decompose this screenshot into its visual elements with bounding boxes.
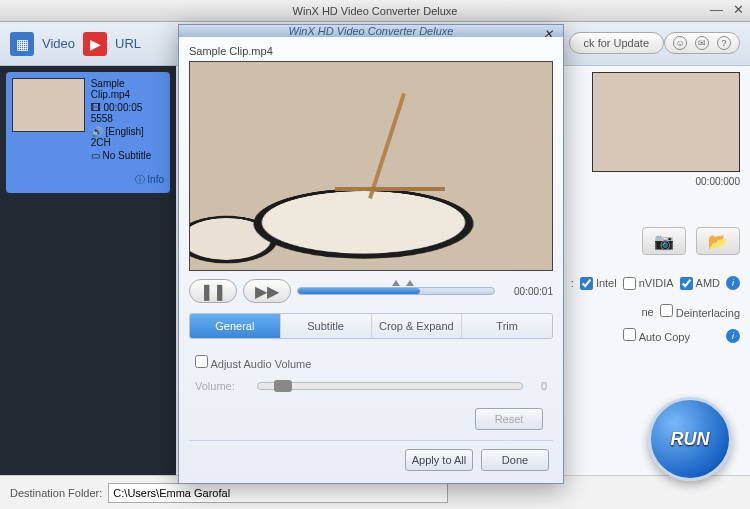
preview-thumbnail <box>592 72 740 172</box>
hw-nvidia-checkbox[interactable]: nVIDIA <box>623 277 674 290</box>
tab-subtitle[interactable]: Subtitle <box>281 314 372 338</box>
play-time: 00:00:01 <box>501 286 553 297</box>
dest-label: Destination Folder: <box>10 487 102 499</box>
clip-filename: Sample Clip.mp4 <box>91 78 164 100</box>
url-label: URL <box>115 36 141 51</box>
youtube-icon[interactable]: ▶ <box>83 32 107 56</box>
dialog-close-icon[interactable]: ✕ <box>543 27 557 41</box>
dialog-filename: Sample Clip.mp4 <box>189 45 553 57</box>
dialog-title: WinX HD Video Converter Deluxe <box>289 25 454 37</box>
autocopy-row: Auto Copy i <box>623 328 740 343</box>
video-label: Video <box>42 36 75 51</box>
clip-thumbnail <box>12 78 85 132</box>
close-icon[interactable]: ✕ <box>733 2 744 17</box>
apply-all-button[interactable]: Apply to All <box>405 449 473 471</box>
info-icon[interactable]: i <box>726 276 740 290</box>
deinterlacing-checkbox[interactable]: Deinterlacing <box>660 304 740 319</box>
autocopy-checkbox[interactable]: Auto Copy <box>623 328 690 343</box>
dialog-titlebar: WinX HD Video Converter Deluxe ✕ <box>179 25 563 37</box>
adjust-volume-checkbox[interactable]: Adjust Audio Volume <box>195 355 311 370</box>
volume-label: Volume: <box>195 380 249 392</box>
preview-time: 00:00:000 <box>592 176 740 187</box>
hw-amd-checkbox[interactable]: AMD <box>680 277 720 290</box>
hw-accel-row: : Intel nVIDIA AMD i <box>571 276 740 290</box>
video-preview[interactable] <box>189 61 553 271</box>
clip-subtitle: ▭ No Subtitle <box>91 150 164 161</box>
volume-value: 0 <box>531 380 547 392</box>
file-sidebar: Sample Clip.mp4 🎞 00:00:05 5558 🔊 [Engli… <box>0 66 176 475</box>
seek-slider[interactable] <box>297 287 495 295</box>
reset-button[interactable]: Reset <box>475 408 543 430</box>
done-button[interactable]: Done <box>481 449 549 471</box>
check-update-button[interactable]: ck for Update <box>569 32 664 54</box>
tab-crop[interactable]: Crop & Expand <box>372 314 463 338</box>
dest-path-input[interactable] <box>108 483 448 503</box>
edit-tabs: General Subtitle Crop & Expand Trim <box>189 313 553 339</box>
open-folder-icon[interactable]: 📂 <box>696 227 740 255</box>
tab-general[interactable]: General <box>190 314 281 338</box>
help-icon[interactable]: ? <box>717 36 731 50</box>
preview-panel: 00:00:000 📷 📂 <box>592 72 740 255</box>
app-title: WinX HD Video Converter Deluxe <box>293 5 458 17</box>
minimize-icon[interactable]: — <box>710 2 723 17</box>
playbar: ❚❚ ▶▶ 00:00:01 <box>189 279 553 303</box>
fastforward-button[interactable]: ▶▶ <box>243 279 291 303</box>
snapshot-icon[interactable]: 📷 <box>642 227 686 255</box>
user-icon[interactable]: ☺ <box>673 36 687 50</box>
deinterlacing-row: ne Deinterlacing <box>641 304 740 319</box>
pause-button[interactable]: ❚❚ <box>189 279 237 303</box>
edit-dialog: WinX HD Video Converter Deluxe ✕ Sample … <box>178 24 564 484</box>
main-titlebar: WinX HD Video Converter Deluxe — ✕ <box>0 0 750 22</box>
info-icon[interactable]: i <box>726 329 740 343</box>
header-icon-group: ☺ ✉ ? <box>664 32 740 54</box>
volume-slider[interactable] <box>257 382 523 390</box>
hw-intel-checkbox[interactable]: Intel <box>580 277 617 290</box>
clip-card[interactable]: Sample Clip.mp4 🎞 00:00:05 5558 🔊 [Engli… <box>6 72 170 193</box>
clip-duration: 🎞 00:00:05 5558 <box>91 102 164 124</box>
clip-info-link[interactable]: ⓘ Info <box>91 173 164 187</box>
add-video-icon[interactable]: ▦ <box>10 32 34 56</box>
mail-icon[interactable]: ✉ <box>695 36 709 50</box>
tab-trim[interactable]: Trim <box>462 314 552 338</box>
run-button[interactable]: RUN <box>648 397 732 481</box>
clip-audio: 🔊 [English] 2CH <box>91 126 164 148</box>
